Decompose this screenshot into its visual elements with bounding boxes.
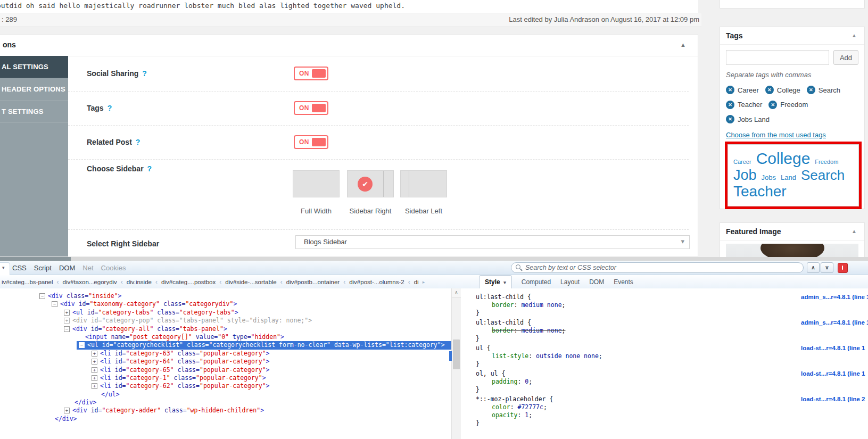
search-prev-button[interactable]: ∧	[807, 262, 820, 273]
right-sidebar-select[interactable]: Blogs Sidebar ▾	[295, 235, 690, 249]
collapse-arrow-icon[interactable]: ▲	[852, 32, 857, 38]
html-tree-row[interactable]: −<div id="taxonomy-category" class="cate…	[0, 300, 451, 308]
expand-node-icon[interactable]: +	[92, 351, 97, 357]
expand-node-icon[interactable]: +	[92, 359, 97, 365]
tags-toggle[interactable]: ON	[294, 101, 328, 115]
collapse-arrow-icon[interactable]: ▲	[852, 228, 857, 234]
style-tab-computed[interactable]: Computed	[522, 275, 551, 289]
social-sharing-toggle[interactable]: ON	[294, 67, 328, 80]
help-icon[interactable]: ?	[136, 138, 140, 146]
scrollbar-thumb[interactable]	[453, 339, 460, 369]
expand-node-icon[interactable]: +	[92, 375, 97, 381]
tags-metabox-header[interactable]: Tags ▲	[720, 27, 864, 45]
devtools-tab-net[interactable]: Net	[82, 264, 93, 272]
tree-scrollbar[interactable]: ∧	[451, 288, 461, 439]
tag-cloud-item[interactable]: College	[756, 150, 811, 167]
css-property-line[interactable]: list-style: outside none none;	[476, 352, 868, 360]
devtools-tab-cookies[interactable]: Cookies	[101, 264, 126, 272]
css-property-line[interactable]: opacity: 1;	[476, 411, 868, 419]
style-tab-style[interactable]: Style ▾	[479, 275, 512, 289]
options-tab-header-options[interactable]: HEADER OPTIONS	[0, 78, 68, 101]
scroll-up-button[interactable]: ∧	[452, 288, 461, 297]
css-property-line[interactable]: border: medium none;	[476, 301, 868, 309]
breadcrumb-item[interactable]: di	[414, 279, 419, 285]
remove-tag-icon[interactable]: ✕	[765, 86, 774, 94]
devtools-tab-css[interactable]: CSS	[12, 264, 27, 272]
related-post-toggle[interactable]: ON	[294, 135, 328, 149]
add-tag-button[interactable]: Add	[833, 50, 858, 65]
most-used-tags-link[interactable]: Choose from the most used tags	[726, 131, 826, 139]
html-tree-row[interactable]: </div>	[0, 415, 451, 423]
tag-cloud-item[interactable]: Freedom	[815, 159, 838, 165]
html-tree-row[interactable]: +<ul id="category-tabs" class="category-…	[0, 309, 451, 317]
sidebar-option-box[interactable]	[293, 170, 340, 197]
css-source-link[interactable]: admin_s...r=4.8.1 (line 15	[801, 293, 868, 301]
css-property-line[interactable]: color: #72777c;	[476, 403, 868, 411]
search-next-button[interactable]: ∨	[821, 262, 833, 273]
expand-node-icon[interactable]: +	[64, 310, 70, 316]
tag-cloud-item[interactable]: Jobs	[762, 174, 776, 181]
html-tree-row[interactable]: +<li id="category-62" class="popular-cat…	[0, 382, 451, 390]
sidebar-option-box[interactable]: ✔	[347, 170, 394, 197]
remove-tag-icon[interactable]: ✕	[768, 101, 777, 109]
collapse-node-icon[interactable]: −	[79, 342, 85, 348]
expand-node-icon[interactable]: +	[92, 367, 97, 373]
breadcrumb-item[interactable]: div#postb...ontainer	[286, 279, 340, 285]
css-source-link[interactable]: load-st...r=4.8.1 (line 1	[801, 370, 865, 378]
options-metabox-header[interactable]: ons ▲	[0, 35, 698, 56]
css-source-link[interactable]: load-st...r=4.8.1 (line 1	[801, 344, 865, 352]
expand-node-icon[interactable]: +	[64, 408, 70, 413]
tag-cloud-item[interactable]: Teacher	[733, 184, 787, 199]
css-property-line[interactable]: border: medium none;	[476, 327, 868, 335]
remove-tag-icon[interactable]: ✕	[726, 86, 734, 94]
html-tree-row[interactable]: +<div id="category-pop" class="tabs-pane…	[0, 317, 451, 325]
breadcrumb-item[interactable]: div#taxon...egorydiv	[63, 279, 117, 285]
tag-cloud-item[interactable]: Land	[781, 174, 796, 181]
breadcrumb-item[interactable]: div#side-...sortable	[225, 279, 277, 285]
html-tree-row[interactable]: +<li id="category-65" class="popular-cat…	[0, 366, 451, 374]
remove-tag-icon[interactable]: ✕	[807, 86, 815, 94]
html-tree-row[interactable]: +<li id="category-1" class="popular-cate…	[0, 374, 451, 382]
remove-tag-icon[interactable]: ✕	[726, 115, 734, 123]
css-property-line[interactable]: padding: 0;	[476, 378, 868, 386]
help-icon[interactable]: ?	[142, 69, 147, 78]
collapse-node-icon[interactable]: −	[39, 293, 45, 299]
expand-node-icon[interactable]: +	[92, 383, 97, 389]
html-tree-row[interactable]: +<li id="category-63" class="popular-cat…	[0, 350, 451, 358]
html-tree-row[interactable]: <input name="post_category[]" value="0" …	[0, 333, 451, 341]
breadcrumb-item[interactable]: div#categ....postbox	[161, 279, 216, 285]
help-icon[interactable]: ?	[147, 164, 152, 173]
breadcrumb-item[interactable]: div#post-...olumns-2	[349, 279, 404, 285]
style-tab-layout[interactable]: Layout	[560, 275, 580, 289]
tag-cloud-item[interactable]: Job	[733, 168, 757, 183]
style-tab-events[interactable]: Events	[614, 275, 633, 289]
html-tree-row[interactable]: </div>	[0, 399, 451, 407]
collapse-arrow-icon[interactable]: ▲	[680, 42, 686, 48]
featured-image-header[interactable]: Featured Image ▲	[720, 223, 864, 241]
css-source-link[interactable]: admin_s...r=4.8.1 (line 14	[801, 319, 868, 327]
html-tree-row[interactable]: +<li id="category-64" class="popular-cat…	[0, 358, 451, 366]
sidebar-option-box[interactable]	[400, 170, 447, 197]
html-tab-stub[interactable]: ▾	[0, 262, 10, 275]
html-tree-row[interactable]: +<div id="category-adder" class="wp-hidd…	[0, 407, 451, 415]
devtools-tab-script[interactable]: Script	[34, 264, 52, 272]
devtools-tab-dom[interactable]: DOM	[59, 264, 75, 272]
breadcrumb-item[interactable]: iv#categ...bs-panel	[2, 279, 53, 285]
devtools-search-input[interactable]	[524, 263, 803, 272]
tag-cloud-item[interactable]: Search	[801, 168, 845, 183]
html-tree-row[interactable]: −<div class="inside">	[0, 292, 451, 300]
help-icon[interactable]: ?	[108, 104, 112, 112]
options-tab-t-settings[interactable]: T SETTINGS	[0, 101, 68, 123]
tag-cloud-item[interactable]: Career	[733, 159, 751, 165]
collapse-node-icon[interactable]: −	[64, 326, 70, 332]
breadcrumb-item[interactable]: div.inside	[127, 279, 152, 285]
html-tree-row[interactable]: −<div id="category-all" class="tabs-pane…	[0, 325, 451, 333]
new-tag-input[interactable]	[726, 50, 829, 65]
collapse-node-icon[interactable]: −	[52, 301, 57, 307]
remove-tag-icon[interactable]: ✕	[726, 101, 734, 109]
html-tree-row[interactable]: </ul>	[0, 391, 451, 399]
devtools-off-button[interactable]	[838, 263, 848, 273]
expand-node-icon[interactable]: +	[64, 318, 70, 324]
html-tree-row[interactable]: −<ul id="categorychecklist" class="categ…	[0, 341, 451, 349]
css-source-link[interactable]: load-st...r=4.8.1 (line 2	[801, 395, 865, 403]
